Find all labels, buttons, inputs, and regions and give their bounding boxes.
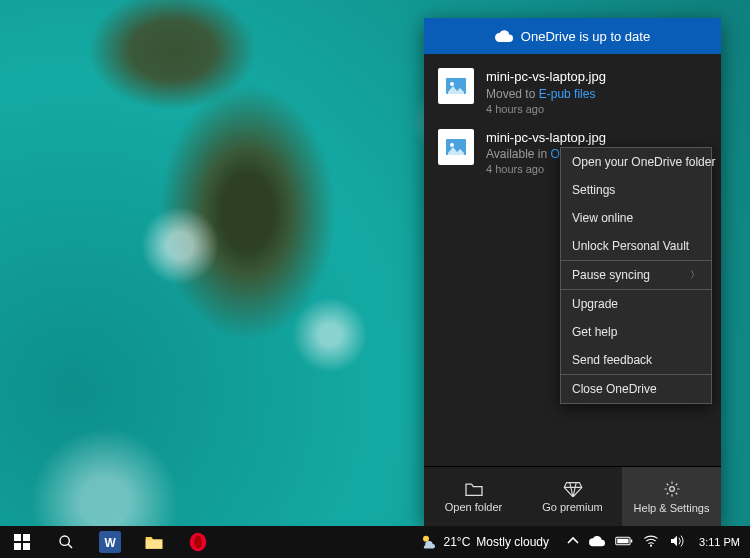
menu-get-help[interactable]: Get help bbox=[561, 318, 711, 346]
onedrive-flyout: OneDrive is up to date mini-pc-vs-laptop… bbox=[424, 18, 721, 526]
weather-icon bbox=[420, 532, 438, 553]
taskbar-app-opera[interactable] bbox=[176, 526, 220, 558]
tray-onedrive-icon[interactable] bbox=[589, 535, 605, 550]
go-premium-button[interactable]: Go premium bbox=[523, 467, 622, 526]
weather-temp: 21°C bbox=[444, 535, 471, 549]
menu-upgrade[interactable]: Upgrade bbox=[561, 290, 711, 318]
svg-text:W: W bbox=[104, 536, 116, 550]
svg-line-10 bbox=[68, 544, 72, 548]
taskbar-app-word[interactable]: W bbox=[88, 526, 132, 558]
svg-point-15 bbox=[194, 535, 202, 548]
svg-point-16 bbox=[423, 535, 429, 541]
file-name: mini-pc-vs-laptop.jpg bbox=[486, 68, 606, 86]
svg-rect-13 bbox=[146, 540, 163, 549]
folder-icon bbox=[464, 481, 484, 497]
svg-point-4 bbox=[669, 486, 674, 491]
image-file-icon bbox=[438, 68, 474, 104]
onedrive-footer: Open folder Go premium Help & Settings bbox=[424, 466, 721, 526]
file-location-link[interactable]: E-pub files bbox=[539, 87, 596, 101]
menu-view-online[interactable]: View online bbox=[561, 204, 711, 232]
chevron-right-icon: 〉 bbox=[690, 268, 700, 282]
help-settings-menu: Open your OneDrive folder Settings View … bbox=[560, 147, 712, 404]
taskbar-search-button[interactable] bbox=[44, 526, 88, 558]
svg-rect-8 bbox=[23, 543, 30, 550]
svg-point-9 bbox=[60, 536, 69, 545]
svg-rect-5 bbox=[14, 534, 21, 541]
taskbar-weather[interactable]: 21°C Mostly cloudy bbox=[410, 532, 560, 553]
file-timestamp: 4 hours ago bbox=[486, 102, 606, 117]
onedrive-status-header: OneDrive is up to date bbox=[424, 18, 721, 54]
onedrive-activity-list: mini-pc-vs-laptop.jpg Moved to E-pub fil… bbox=[424, 54, 721, 466]
menu-settings[interactable]: Settings bbox=[561, 176, 711, 204]
open-folder-button[interactable]: Open folder bbox=[424, 467, 523, 526]
svg-rect-6 bbox=[23, 534, 30, 541]
tray-chevron-up-icon[interactable] bbox=[567, 535, 579, 550]
svg-rect-7 bbox=[14, 543, 21, 550]
gear-icon bbox=[663, 480, 681, 498]
tray-volume-icon[interactable] bbox=[669, 534, 685, 551]
menu-pause-syncing[interactable]: Pause syncing〉 bbox=[561, 261, 711, 289]
cloud-icon bbox=[495, 30, 513, 42]
file-name: mini-pc-vs-laptop.jpg bbox=[486, 129, 606, 147]
help-settings-button[interactable]: Help & Settings bbox=[622, 467, 721, 526]
menu-open-folder[interactable]: Open your OneDrive folder bbox=[561, 148, 711, 176]
svg-point-3 bbox=[450, 143, 454, 147]
premium-diamond-icon bbox=[563, 481, 583, 497]
svg-rect-19 bbox=[631, 539, 633, 542]
file-action: Moved to E-pub files bbox=[486, 86, 606, 102]
tray-battery-icon[interactable] bbox=[615, 535, 633, 550]
svg-point-1 bbox=[450, 82, 454, 86]
taskbar: W 21°C Mostly cloudy 3 bbox=[0, 526, 750, 558]
onedrive-status-text: OneDrive is up to date bbox=[521, 29, 650, 44]
weather-desc: Mostly cloudy bbox=[476, 535, 549, 549]
system-tray bbox=[559, 534, 693, 551]
image-file-icon bbox=[438, 129, 474, 165]
activity-item[interactable]: mini-pc-vs-laptop.jpg Moved to E-pub fil… bbox=[424, 62, 721, 123]
tray-wifi-icon[interactable] bbox=[643, 534, 659, 551]
menu-close-onedrive[interactable]: Close OneDrive bbox=[561, 375, 711, 403]
start-button[interactable] bbox=[0, 526, 44, 558]
taskbar-clock[interactable]: 3:11 PM bbox=[693, 536, 750, 549]
menu-unlock-vault[interactable]: Unlock Personal Vault bbox=[561, 232, 711, 260]
svg-rect-18 bbox=[617, 538, 628, 543]
taskbar-app-explorer[interactable] bbox=[132, 526, 176, 558]
menu-send-feedback[interactable]: Send feedback bbox=[561, 346, 711, 374]
svg-point-20 bbox=[650, 544, 652, 546]
